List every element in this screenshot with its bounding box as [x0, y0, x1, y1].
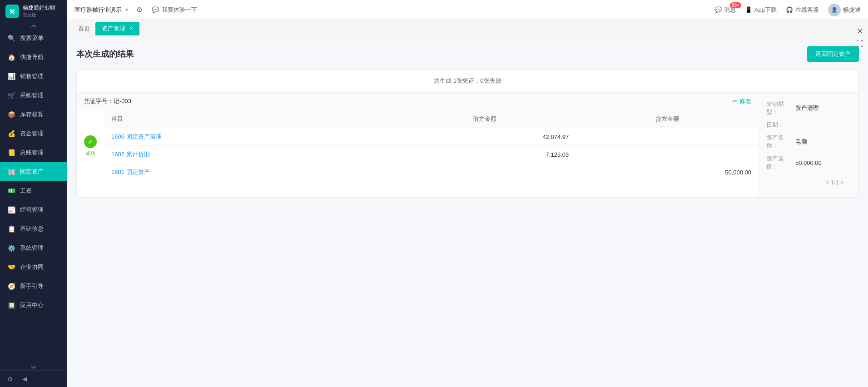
user-menu[interactable]: 👤 畅捷通 — [828, 4, 861, 16]
sales-icon: 📊 — [7, 72, 15, 80]
asset-name-value: 电脑 — [795, 138, 807, 146]
date-label: 日期： — [766, 121, 795, 129]
sidebar-item-guide[interactable]: 🧭 新手引导 — [0, 277, 67, 296]
account-code-1601[interactable]: 1601 固定资产 — [111, 169, 150, 175]
account-code-1602[interactable]: 1602 累计折旧 — [111, 151, 150, 158]
sidebar-item-quicknav[interactable]: 🏠 快捷导航 — [0, 48, 67, 67]
col-credit: 贷方金额 — [576, 110, 759, 128]
pagination[interactable]: < 1/1 > — [766, 175, 851, 189]
notifications-icon: 💬 — [714, 6, 722, 13]
apps-icon: 🔲 — [7, 301, 15, 309]
company-selector[interactable]: 医疗器械行业演示 ▼ — [74, 6, 129, 14]
panel-expand-button[interactable]: ⛶ — [853, 39, 866, 49]
tab-assets[interactable]: 资产管理 × — [95, 22, 139, 35]
sidebar-collapse-icon[interactable]: ◀ — [22, 375, 27, 382]
sidebar-item-label: 固定资产 — [20, 168, 44, 176]
purchase-icon: 🛒 — [7, 91, 15, 99]
result-summary: 共生成 1张凭证，0张失败 — [77, 69, 858, 93]
asset-value-label: 资产原值： — [766, 154, 795, 171]
col-subject: 科目 — [104, 110, 393, 128]
row3-credit: 50,000.00 — [576, 164, 759, 181]
voucher-body: ✓ 成功 科目 借方金额 贷方金额 — [77, 110, 759, 181]
support-label: 在线客服 — [795, 6, 819, 14]
result-panel: 共生成 1张凭证，0张失败 凭证字号：记-003 ✏ 修改 ✓ — [76, 69, 859, 198]
tabbar: 首页 资产管理 × — [67, 20, 868, 37]
result-header: 本次生成的结果 返回固定资产 — [76, 46, 859, 62]
success-icon: ✓ — [84, 135, 97, 148]
sidebar-item-payroll[interactable]: 💵 工资 — [0, 181, 67, 200]
row2-subject[interactable]: 1602 累计折旧 — [104, 146, 393, 164]
change-type-value: 资产清理 — [795, 104, 819, 112]
sidebar: 财 畅捷通好业财 普及版 🔍 搜索菜单 🏠 快捷导航 📊 销售管理 🛒 采购管理 — [0, 0, 67, 387]
asset-value-value: 50,000.00 — [795, 159, 822, 166]
col-debit: 借方金额 — [393, 110, 576, 128]
notifications-button[interactable]: 💬 消息 99+ — [714, 6, 736, 14]
sidebar-item-funds[interactable]: 💰 资金管理 — [0, 124, 67, 143]
feedback-icon: 💬 — [152, 6, 159, 13]
sidebar-bottom: ⚙ ◀ — [0, 370, 67, 387]
row1-subject[interactable]: 1606 固定资产清理 — [104, 128, 393, 146]
account-code-1606[interactable]: 1606 固定资产清理 — [111, 133, 162, 140]
tab-close-icon[interactable]: × — [130, 25, 133, 32]
sidebar-item-label: 总账管理 — [20, 149, 44, 157]
status-label: 成功 — [85, 150, 95, 157]
app-download-label: App下载 — [754, 6, 777, 14]
support-icon: 🎧 — [786, 6, 793, 13]
sidebar-item-label: 资金管理 — [20, 129, 44, 138]
panel-close-button[interactable]: ✕ — [853, 25, 866, 37]
table-row: 1606 固定资产清理 42,874.97 — [104, 128, 759, 146]
sidebar-item-search[interactable]: 🔍 搜索菜单 — [0, 29, 67, 48]
app-download-button[interactable]: 📱 App下载 — [745, 6, 777, 14]
sidebar-scroll-up[interactable] — [0, 23, 67, 29]
voucher-container: 凭证字号：记-003 ✏ 修改 ✓ 成功 — [77, 93, 858, 197]
sidebar-item-operations[interactable]: 📈 经营管理 — [0, 200, 67, 219]
sidebar-item-collab[interactable]: 🤝 企业协同 — [0, 258, 67, 277]
topbar: 医疗器械行业演示 ▼ ⚙ 💬 我要体验一下 💬 消息 99+ 📱 App下载 🎧… — [67, 0, 868, 20]
asset-name-label: 资产名称： — [766, 134, 795, 150]
sidebar-item-sales[interactable]: 📊 销售管理 — [0, 67, 67, 86]
sidebar-item-fixed-assets[interactable]: 🏢 固定资产 — [0, 162, 67, 181]
sidebar-item-purchase[interactable]: 🛒 采购管理 — [0, 86, 67, 105]
online-support-button[interactable]: 🎧 在线客服 — [786, 6, 819, 14]
sidebar-scroll-down[interactable] — [0, 365, 67, 370]
tab-home[interactable]: 首页 — [74, 22, 94, 35]
voucher-main: 凭证字号：记-003 ✏ 修改 ✓ 成功 — [77, 93, 759, 197]
app-download-icon: 📱 — [745, 6, 752, 13]
sidebar-item-apps[interactable]: 🔲 应用中心 — [0, 296, 67, 315]
sidebar-item-label: 销售管理 — [20, 72, 44, 80]
asset-name-row: 资产名称： 电脑 — [766, 134, 851, 150]
voucher-table: 科目 借方金额 贷方金额 1606 固定资产清理 — [104, 110, 759, 181]
basics-icon: 📋 — [7, 225, 15, 233]
sidebar-item-label: 工资 — [20, 187, 32, 195]
sidebar-settings-icon[interactable]: ⚙ — [7, 375, 13, 382]
sidebar-item-system[interactable]: ⚙️ 系统管理 — [0, 238, 67, 258]
sidebar-item-label: 系统管理 — [20, 244, 44, 252]
notifications-badge: 99+ — [730, 2, 741, 8]
feedback-label: 我要体验一下 — [162, 6, 197, 14]
voucher-header: 凭证字号：记-003 ✏ 修改 — [77, 93, 759, 110]
panel-action-buttons: ✕ ⛶ — [853, 25, 866, 49]
company-name: 医疗器械行业演示 — [74, 6, 122, 14]
avatar: 👤 — [828, 4, 841, 16]
row1-credit — [576, 128, 759, 146]
row3-subject[interactable]: 1601 固定资产 — [104, 164, 393, 181]
collab-icon: 🤝 — [7, 263, 15, 271]
home-icon: 🏠 — [7, 53, 15, 61]
system-icon: ⚙️ — [7, 244, 15, 252]
sidebar-item-label: 经营管理 — [20, 206, 44, 214]
sidebar-item-ledger[interactable]: 📒 总账管理 — [0, 143, 67, 162]
page-title: 本次生成的结果 — [76, 49, 134, 60]
guide-icon: 🧭 — [7, 282, 15, 290]
content-area: 本次生成的结果 返回固定资产 共生成 1张凭证，0张失败 凭证字号：记-003 … — [67, 37, 868, 387]
sidebar-logo: 财 畅捷通好业财 普及版 — [0, 0, 67, 23]
voucher-status: ✓ 成功 — [77, 110, 104, 181]
sidebar-item-inventory[interactable]: 📦 库存核算 — [0, 105, 67, 124]
operations-icon: 📈 — [7, 206, 15, 214]
topbar-settings-icon[interactable]: ⚙ — [136, 5, 143, 14]
return-button[interactable]: 返回固定资产 — [807, 46, 859, 62]
row2-debit: 7,125.03 — [393, 146, 576, 164]
feedback-button[interactable]: 💬 我要体验一下 — [152, 6, 197, 14]
sidebar-item-label: 企业协同 — [20, 263, 44, 271]
sidebar-item-basics[interactable]: 📋 基础信息 — [0, 219, 67, 238]
voucher-edit-button[interactable]: ✏ 修改 — [733, 97, 751, 105]
